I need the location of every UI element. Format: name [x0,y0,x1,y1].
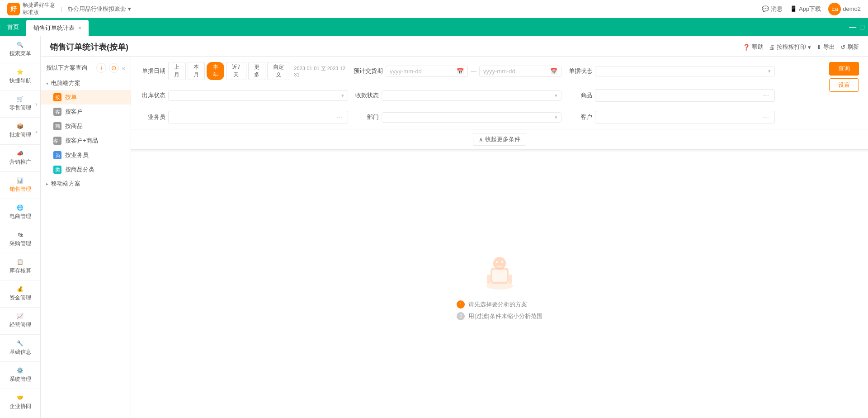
export-button[interactable]: ⬇ 导出 [816,43,835,51]
sidebar-item-purchase[interactable]: 🛍 采购管理 [0,226,40,253]
sidebar-purchase-label: 采购管理 [9,240,31,247]
page-header-actions: ❓ 帮助 🖨 按模板打印 ▾ ⬇ 导出 ↺ 刷新 [743,43,859,51]
export-label: 导出 [823,43,835,51]
empty-state: 1 请先选择要分析的方案 2 用[过滤]条件来缩小分析范围 [131,152,868,418]
goods-more-button[interactable]: ··· [761,91,771,100]
customer-more-button[interactable]: ··· [761,113,771,121]
cal-start-icon[interactable]: 📅 [457,68,464,75]
scheme-group-header-mobile[interactable]: ▸ 移动端方案 [41,177,131,190]
expected-date-start-input[interactable] [390,68,455,75]
scheme-group-header-pc[interactable]: ▾ 电脑端方案 [41,76,131,90]
staff-more-button[interactable]: ··· [335,113,344,121]
user-name: demo2 [843,5,861,12]
nav-dropdown[interactable]: 办公用品行业模拟账套 ▾ [67,5,131,13]
dq-this-month[interactable]: 本月 [188,62,205,80]
maximize-button[interactable]: □ [860,23,864,31]
dq-more[interactable]: 更多 [248,62,266,80]
scheme-group-mobile: ▸ 移动端方案 [41,177,131,190]
scheme-item-1[interactable]: 客 按客户 [41,104,131,119]
query-button[interactable]: 查询 [829,62,859,76]
sidebar-item-ecom[interactable]: 🌐 电商管理 [0,199,40,226]
payment-chevron-icon: ▾ [555,93,557,99]
expected-date-end-input[interactable] [483,68,548,75]
scheme-item-icon-4: 员 [53,151,61,159]
system-icon: ⚙️ [17,367,24,374]
scheme-item-0[interactable]: 按 按单 [41,90,131,104]
sidebar-item-sales[interactable]: 📊 销售管理 [0,172,40,199]
tab-close-button[interactable]: × [78,25,81,31]
messages-button[interactable]: 💬 消息 [762,5,783,13]
tab-home[interactable]: 首页 [0,18,26,36]
scheme-item-icon-2: 商 [53,122,61,130]
dq-this-year[interactable]: 本年 [207,62,224,80]
status-chevron-icon: ▾ [768,68,771,74]
empty-tip-1: 1 请先选择要分析的方案 [457,300,542,309]
cal-end-icon[interactable]: 📅 [550,68,557,75]
scheme-item-5[interactable]: 类 按商品分类 [41,162,131,177]
filter-item-dept: 部门 ▾ [354,112,561,123]
scheme-item-3[interactable]: 客+ 按客户+商品 [41,133,131,148]
sidebar-item-basic[interactable]: 🔧 基础信息 [0,335,40,362]
dq-7days[interactable]: 近7天 [226,62,246,80]
retail-icon: 🛒 [17,96,24,102]
filter-customer-label: 客户 [567,113,592,121]
scheme-collapse-button[interactable]: « [122,64,125,71]
expected-date-start-wrapper: 📅 [386,66,468,77]
breadcrumb-sep: | [61,5,62,12]
refresh-icon: ↺ [840,44,845,51]
minimize-button[interactable]: — [849,23,856,31]
sidebar-item-marketing[interactable]: 📣 营销推广 [0,145,40,172]
print-button[interactable]: 🖨 按模板打印 ▾ [769,43,811,51]
dq-last-month[interactable]: 上月 [168,62,186,80]
scheme-header-actions: + ⊙ « [96,63,125,73]
messages-label: 消息 [771,5,783,13]
sidebar-retail-label: 零售管理 [9,104,31,112]
sidebar-sales-label: 销售管理 [9,185,31,193]
sidebar-item-system[interactable]: ⚙️ 系统管理 [0,362,40,389]
scheme-item-4[interactable]: 员 按业务员 [41,148,131,162]
scheme-group-pc: ▾ 电脑端方案 按 按单 客 按客户 商 按商品 [41,76,131,177]
help-button[interactable]: ❓ 帮助 [743,43,764,51]
sidebar-item-retail[interactable]: 🛒 零售管理 ▾ [0,90,40,118]
tab-home-label: 首页 [7,23,19,31]
tab-bar: 首页 销售订单统计表 × — □ [0,18,868,36]
filter-item-staff: 业务员 ··· [140,111,348,124]
payment-select[interactable]: ▾ [382,90,561,101]
top-bar: 好 畅捷通好生意 标准版 | 办公用品行业模拟账套 ▾ 💬 消息 📱 App下载… [0,0,868,18]
sidebar-item-inventory[interactable]: 📋 库存核算 [0,253,40,280]
dq-custom[interactable]: 自定义 [267,62,289,80]
sidebar-item-enterprise[interactable]: 🤝 企业协同 [0,389,40,416]
tab-active[interactable]: 销售订单统计表 × [26,20,89,36]
collapse-row: ∧ 收起更多条件 [131,129,868,150]
refresh-button[interactable]: ↺ 刷新 [840,43,859,51]
operations-icon: 📈 [17,313,24,319]
filter-row-2: 出库状态 ▾ 收款状态 [140,89,820,102]
app-download-button[interactable]: 📱 App下载 [790,5,821,13]
date-quick-buttons: 上月 本月 本年 近7天 更多 自定义 [168,62,289,80]
collapse-button[interactable]: ∧ 收起更多条件 [473,133,526,146]
dept-select[interactable]: ▾ [382,112,561,123]
status-select[interactable]: ▾ [595,66,775,76]
sidebar-item-operations[interactable]: 📈 经营管理 [0,308,40,335]
sidebar: 🔍 搜索菜单 ⭐ 快捷导航 🛒 零售管理 ▾ 📦 批发管理 ▴ 📣 营销推广 📊… [0,36,41,418]
scheme-item-label-4: 按业务员 [65,151,89,159]
sidebar-item-quick-nav[interactable]: ⭐ 快捷导航 [0,63,40,90]
scheme-edit-button[interactable]: ⊙ [109,63,119,73]
top-bar-left: 好 畅捷通好生意 标准版 | 办公用品行业模拟账套 ▾ [7,2,131,16]
sidebar-item-wholesale[interactable]: 📦 批发管理 ▴ [0,118,40,145]
sidebar-ecom-label: 电商管理 [9,213,31,220]
scheme-item-2[interactable]: 商 按商品 [41,119,131,133]
sidebar-item-search[interactable]: 🔍 搜索菜单 [0,36,40,63]
outbound-select[interactable]: ▾ [168,90,348,101]
dept-chevron-icon: ▾ [555,114,557,120]
scheme-add-button[interactable]: + [96,63,106,73]
page-title: 销售订单统计表(按单) [50,42,128,52]
mobile-group-label: 移动端方案 [51,180,80,188]
settings-button[interactable]: 设置 [829,78,859,92]
right-content: 单据日期 上月 本月 本年 近7天 更多 自定义 [131,57,868,418]
user-area[interactable]: Ea demo2 [828,3,861,15]
logo-line1: 畅捷通好生意 [23,2,55,9]
sidebar-item-newcomer[interactable]: 🚀 新手引导 [0,416,40,418]
inventory-icon: 📋 [17,259,24,265]
sidebar-item-finance[interactable]: 💰 资金管理 [0,280,40,308]
